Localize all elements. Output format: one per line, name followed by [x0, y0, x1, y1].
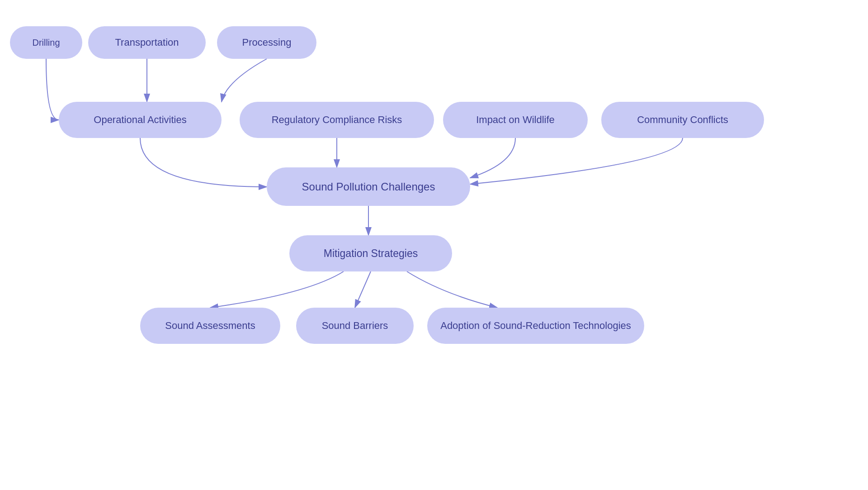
drilling-node: Drilling — [10, 26, 82, 59]
community-conflicts-node: Community Conflicts — [601, 102, 764, 138]
mitigation-strategies-node: Mitigation Strategies — [289, 235, 452, 271]
sound-reduction-node: Adoption of Sound-Reduction Technologies — [427, 308, 644, 344]
operational-activities-node: Operational Activities — [59, 102, 222, 138]
sound-assessments-node: Sound Assessments — [140, 308, 280, 344]
transportation-node: Transportation — [88, 26, 206, 59]
processing-node: Processing — [217, 26, 316, 59]
impact-wildlife-node: Impact on Wildlife — [443, 102, 588, 138]
sound-pollution-node: Sound Pollution Challenges — [267, 167, 470, 206]
regulatory-compliance-node: Regulatory Compliance Risks — [240, 102, 434, 138]
sound-barriers-node: Sound Barriers — [296, 308, 414, 344]
